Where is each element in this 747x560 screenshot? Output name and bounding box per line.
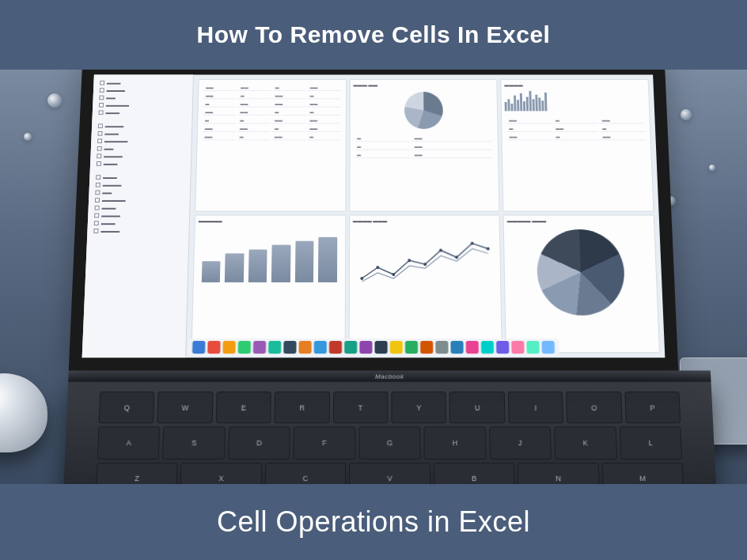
dock-app-icon — [526, 341, 540, 354]
keyboard-key: V — [349, 463, 430, 484]
svg-point-8 — [486, 248, 489, 251]
dock-app-icon — [238, 341, 251, 354]
macos-dock — [188, 339, 559, 356]
dock-app-icon — [435, 341, 448, 354]
keyboard-key: W — [157, 392, 214, 423]
bubble-decoration — [709, 165, 715, 171]
footer-banner: Cell Operations in Excel — [0, 484, 747, 560]
dock-app-icon — [314, 341, 327, 354]
dock-app-icon — [253, 341, 266, 354]
hero-image: ▬▬▬ ▬▬▬▬ ▬▬ ▬▬▬▬▬ ▬▬▬ ▬▬▬▬ ▬▬▬ ▬▬▬▬▬ ▬▬ … — [0, 70, 747, 484]
laptop-brand-label: Macbook — [68, 370, 711, 381]
dock-app-icon — [405, 341, 418, 354]
svg-point-0 — [360, 277, 363, 280]
dock-app-icon — [511, 341, 525, 354]
dock-app-icon — [481, 341, 494, 354]
pie-chart-large-icon — [536, 229, 625, 316]
dock-app-icon — [207, 341, 221, 354]
keyboard-key: M — [601, 463, 684, 484]
keyboard-key: N — [518, 463, 599, 484]
keyboard-key: J — [489, 427, 552, 460]
keyboard-key: G — [358, 427, 421, 460]
svg-point-1 — [376, 266, 379, 269]
bubble-decoration — [24, 133, 32, 141]
laptop: ▬▬▬ ▬▬▬▬ ▬▬ ▬▬▬▬▬ ▬▬▬ ▬▬▬▬ ▬▬▬ ▬▬▬▬▬ ▬▬ … — [63, 70, 684, 484]
spreadsheet-sidebar: ▬▬▬ ▬▬▬▬ ▬▬ ▬▬▬▬▬ ▬▬▬ ▬▬▬▬ ▬▬▬ ▬▬▬▬▬ ▬▬ … — [82, 74, 194, 358]
keyboard-key: H — [424, 427, 487, 460]
svg-point-4 — [423, 263, 427, 266]
dock-app-icon — [298, 341, 311, 354]
dock-app-icon — [283, 341, 296, 354]
keyboard-key: R — [275, 392, 330, 423]
header-banner: How To Remove Cells In Excel — [0, 0, 747, 70]
keyboard-key: U — [449, 392, 505, 423]
keyboard-key: E — [216, 392, 271, 423]
line-chart-panel: ▬▬▬▬ ▬▬▬ — [348, 215, 502, 354]
laptop-keyboard: QWERTYUIOP ASDFGHJKL ZXCVBNM — [63, 382, 717, 484]
dock-app-icon — [359, 341, 372, 354]
keyboard-key: A — [97, 427, 161, 460]
svg-point-2 — [392, 273, 395, 276]
footer-title: Cell Operations in Excel — [217, 505, 530, 539]
pie-large-panel: ▬▬▬▬▬ ▬▬▬ — [503, 215, 660, 354]
keyboard-key: T — [333, 392, 389, 423]
dock-app-icon — [450, 341, 463, 354]
dock-app-icon — [390, 341, 403, 354]
keyboard-key: Y — [391, 392, 446, 423]
dock-app-icon — [541, 341, 555, 354]
pie-chart-icon — [404, 92, 443, 129]
dock-app-icon — [192, 341, 206, 354]
dock-app-icon — [420, 341, 433, 354]
coffee-cup — [0, 373, 47, 452]
sparkline-bars — [505, 89, 647, 111]
spreadsheet-content: ▬▬▬▬▬▬▬ ▬▬▬▬▬▬ ▬▬▬▬▬▬▬ ▬▬▬▬▬▬ ▬▬▬▬▬▬ ▬▬▬… — [186, 74, 665, 358]
svg-point-5 — [439, 248, 442, 252]
dock-app-icon — [466, 341, 479, 354]
page-title: How To Remove Cells In Excel — [197, 21, 551, 48]
keyboard-key: C — [265, 463, 347, 484]
svg-point-3 — [408, 259, 411, 262]
laptop-screen: ▬▬▬ ▬▬▬▬ ▬▬ ▬▬▬▬▬ ▬▬▬ ▬▬▬▬ ▬▬▬ ▬▬▬▬▬ ▬▬ … — [69, 70, 679, 370]
keyboard-key: Z — [96, 463, 178, 484]
bar-chart — [197, 225, 342, 287]
pie-small-panel: ▬▬▬ ▬▬ ▬▬▬ ▬▬▬ ▬▬▬ — [349, 79, 500, 212]
keyboard-key: Q — [99, 392, 155, 423]
dock-app-icon — [268, 341, 281, 354]
line-chart — [353, 229, 498, 300]
bubble-decoration — [47, 93, 62, 108]
bubble-decoration — [681, 109, 692, 120]
dock-app-icon — [344, 341, 357, 354]
dock-app-icon — [496, 341, 509, 354]
keyboard-key: P — [624, 392, 681, 423]
keyboard-key: S — [162, 427, 225, 460]
dock-app-icon — [329, 341, 342, 354]
keyboard-key: D — [228, 427, 290, 460]
bar-chart-panel: ▬▬▬▬▬ — [191, 215, 346, 354]
keyboard-key: K — [554, 427, 617, 460]
keyboard-key: I — [508, 392, 564, 423]
data-table-panel: ▬▬▬▬▬▬▬ ▬▬▬▬▬▬ ▬▬▬▬▬▬▬ ▬▬▬▬▬▬ ▬▬▬▬▬▬ ▬▬▬… — [195, 79, 346, 212]
keyboard-key: B — [434, 463, 515, 484]
keyboard-key: F — [294, 427, 356, 460]
keyboard-key: O — [566, 392, 622, 423]
micro-bars-panel: ▬▬▬▬ ▬▬▬▬▬ ▬▬▬▬ ▬▬▬▬▬ — [500, 79, 654, 212]
keyboard-key: X — [180, 463, 262, 484]
dock-app-icon — [375, 341, 388, 354]
keyboard-key: L — [619, 427, 682, 460]
dock-app-icon — [222, 341, 236, 354]
